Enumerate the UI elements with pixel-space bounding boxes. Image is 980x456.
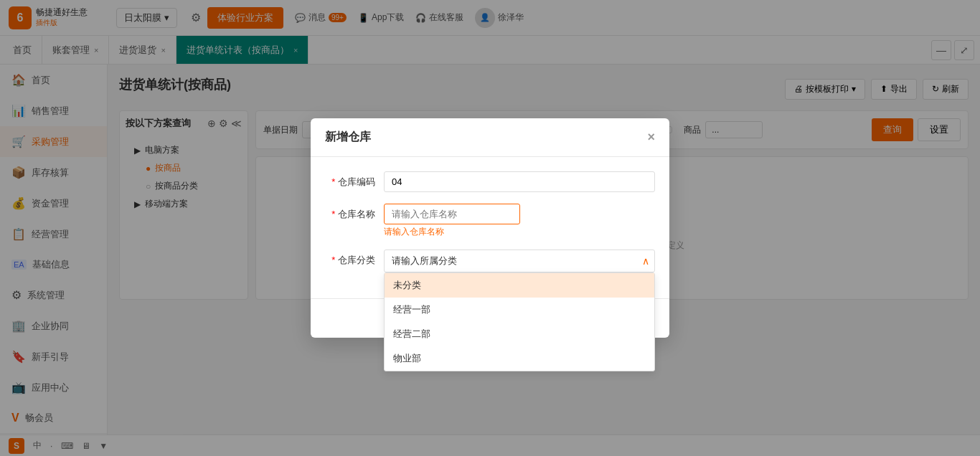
form-row-code: 仓库编码 (325, 171, 655, 192)
dropdown-option-dept1[interactable]: 经营一部 (385, 298, 654, 322)
form-row-category: 仓库分类 请输入所属分类 ∧ 未分类 经营一部 经营二部 物业部 (325, 250, 655, 272)
modal-header: 新增仓库 × (311, 118, 669, 157)
warehouse-category-value: 请输入所属分类 (392, 255, 457, 267)
modal-overlay[interactable]: 新增仓库 × 仓库编码 仓库名称 请输入仓库名称 仓库分类 (0, 0, 980, 456)
dropdown-up-arrow: ∧ (642, 255, 649, 267)
modal-close-button[interactable]: × (647, 130, 655, 145)
warehouse-name-label: 仓库名称 (325, 204, 375, 221)
modal-body: 仓库编码 仓库名称 请输入仓库名称 仓库分类 请输入所属分类 ∧ (311, 157, 669, 298)
warehouse-category-dropdown[interactable]: 请输入所属分类 (384, 250, 655, 272)
warehouse-code-label: 仓库编码 (325, 171, 375, 189)
warehouse-category-label: 仓库分类 (325, 250, 375, 267)
dropdown-option-property[interactable]: 物业部 (385, 346, 654, 371)
warehouse-category-list: 未分类 经营一部 经营二部 物业部 (384, 272, 655, 371)
modal-title: 新增仓库 (325, 130, 371, 145)
new-warehouse-modal: 新增仓库 × 仓库编码 仓库名称 请输入仓库名称 仓库分类 (311, 118, 669, 338)
warehouse-name-input[interactable] (384, 204, 520, 224)
warehouse-name-wrapper: 请输入仓库名称 (384, 204, 655, 238)
warehouse-name-error: 请输入仓库名称 (384, 226, 655, 238)
warehouse-code-input[interactable] (384, 171, 655, 192)
dropdown-option-dept2[interactable]: 经营二部 (385, 322, 654, 346)
dropdown-option-unclassified[interactable]: 未分类 (385, 273, 654, 298)
form-row-name: 仓库名称 请输入仓库名称 (325, 204, 655, 238)
warehouse-category-wrapper: 请输入所属分类 ∧ 未分类 经营一部 经营二部 物业部 (384, 250, 655, 272)
